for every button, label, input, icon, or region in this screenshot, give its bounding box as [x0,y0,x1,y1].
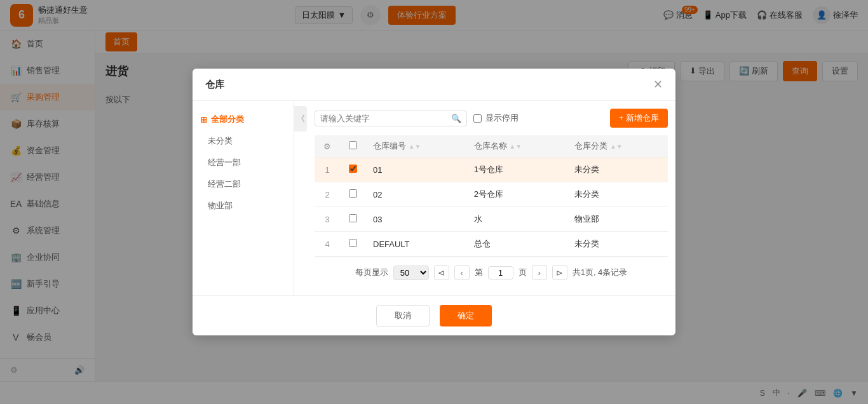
per-page-label: 每页显示 [355,267,388,278]
row-category: 未分类 [567,182,668,207]
col-code: 仓库编号 ▲▼ [365,135,466,158]
col-checkbox [340,135,365,158]
table-row[interactable]: 1 01 1号仓库 未分类 [315,158,668,182]
collapse-panel-button[interactable]: 《 [294,106,307,131]
row-name: 2号仓库 [466,182,567,207]
show-disabled-checkbox[interactable] [473,114,482,123]
warehouse-toolbar: 🔍 显示停用 + 新增仓库 [315,109,668,128]
col-settings: ⚙ [315,135,340,158]
modal-header: 仓库 ✕ [193,69,675,101]
row-checkbox[interactable] [349,189,357,198]
warehouse-panel: 🔍 显示停用 + 新增仓库 [307,101,675,295]
sort-icon-name: ▲▼ [509,143,522,150]
page-size-dropdown[interactable]: 50 20 100 [393,266,429,280]
show-disabled-label: 显示停用 [485,112,519,124]
modal-body: ⊞ 全部分类 未分类经营一部经营二部物业部 《 [193,101,675,295]
search-input[interactable] [320,114,449,123]
first-page-button[interactable]: ⊲ [434,265,449,280]
row-checkbox[interactable] [349,214,357,222]
row-name: 水 [466,207,567,232]
page-unit: 页 [519,267,527,278]
all-categories-item[interactable]: ⊞ 全部分类 [193,109,294,130]
warehouse-table: ⚙ 仓库编号 ▲▼ 仓库名称 ▲▼ [315,135,668,257]
modal-title: 仓库 [205,79,224,91]
row-code: 02 [365,182,466,207]
modal-footer: 取消 确定 [193,295,675,335]
row-checkbox[interactable] [349,165,357,173]
col-category: 仓库分类 ▲▼ [567,135,668,158]
table-row[interactable]: 3 03 水 物业部 [315,207,668,232]
row-num: 3 [315,207,340,232]
category-item-经营一部[interactable]: 经营一部 [193,152,294,173]
last-page-button[interactable]: ⊳ [552,265,567,280]
category-panel: ⊞ 全部分类 未分类经营一部经营二部物业部 [193,101,294,295]
search-box[interactable]: 🔍 [315,111,467,126]
cancel-button[interactable]: 取消 [376,305,430,327]
row-category: 未分类 [567,158,668,182]
search-icon: 🔍 [451,114,461,123]
sort-icon-category: ▲▼ [610,143,623,150]
confirm-button[interactable]: 确定 [440,305,492,327]
warehouse-modal: 仓库 ✕ ⊞ 全部分类 未分类经营一部经营二部物业部 [193,69,675,335]
show-disabled-toggle[interactable]: 显示停用 [473,112,519,124]
total-info: 共1页, 4条记录 [573,267,628,278]
content-area: 首页 进货 🖨 打印 ⬇ 导出 🔄 刷新 查询 设置 [95,30,868,381]
row-code: 03 [365,207,466,232]
row-category: 未分类 [567,232,668,257]
table-header: ⚙ 仓库编号 ▲▼ 仓库名称 ▲▼ [315,135,668,158]
grid-icon: ⊞ [200,115,207,125]
page-label: 第 [475,267,483,278]
sort-icon: ▲▼ [409,143,421,150]
warehouse-table-body: 1 01 1号仓库 未分类 2 02 2号仓库 未分类 3 03 水 物业部 4… [315,158,668,257]
prev-page-button[interactable]: ‹ [454,265,470,280]
table-row[interactable]: 2 02 2号仓库 未分类 [315,182,668,207]
pagination: 每页显示 50 20 100 ⊲ ‹ 第 [315,257,668,288]
row-num: 4 [315,232,340,257]
row-num: 2 [315,182,340,207]
row-code: 01 [365,158,466,182]
row-checkbox-cell [340,158,365,182]
select-all-checkbox[interactable] [349,141,357,149]
page-size-select[interactable]: 50 20 100 [393,266,429,280]
chevron-left-icon: 《 [297,113,305,125]
row-checkbox[interactable] [349,239,357,247]
col-name: 仓库名称 ▲▼ [466,135,567,158]
category-item-物业部[interactable]: 物业部 [193,195,294,217]
category-item-未分类[interactable]: 未分类 [193,130,294,152]
page-input[interactable] [488,266,513,279]
row-code: DEFAULT [365,232,466,257]
row-checkbox-cell [340,207,365,232]
warehouse-data-table: ⚙ 仓库编号 ▲▼ 仓库名称 ▲▼ [315,135,668,257]
row-name: 总仓 [466,232,567,257]
row-name: 1号仓库 [466,158,567,182]
all-categories-label: 全部分类 [211,114,244,125]
next-page-button[interactable]: › [532,265,547,280]
row-num: 1 [315,158,340,182]
table-row[interactable]: 4 DEFAULT 总仓 未分类 [315,232,668,257]
close-button[interactable]: ✕ [653,77,663,91]
add-warehouse-button[interactable]: + 新增仓库 [610,109,668,128]
modal-overlay: 仓库 ✕ ⊞ 全部分类 未分类经营一部经营二部物业部 [0,30,868,381]
row-checkbox-cell [340,182,365,207]
row-category: 物业部 [567,207,668,232]
category-item-经营二部[interactable]: 经营二部 [193,173,294,195]
row-checkbox-cell [340,232,365,257]
